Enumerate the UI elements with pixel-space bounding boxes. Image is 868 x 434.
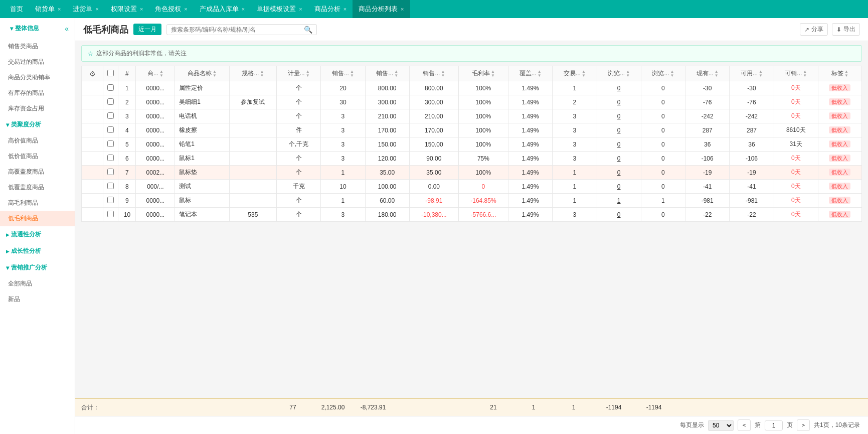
cell-views1[interactable]: 0 bbox=[597, 123, 641, 137]
col-sales-qty[interactable]: 销售... ▲▼ bbox=[321, 66, 365, 81]
cell-views1[interactable]: 0 bbox=[597, 81, 641, 95]
views1-link[interactable]: 0 bbox=[617, 183, 621, 190]
col-saleable[interactable]: 可销... ▲▼ bbox=[774, 66, 818, 81]
row-checkbox[interactable] bbox=[107, 211, 114, 217]
views1-link[interactable]: 0 bbox=[617, 141, 621, 148]
col-sales-profit[interactable]: 销售... ▲▼ bbox=[409, 66, 458, 81]
col-gross-margin[interactable]: 毛利率 ▲▼ bbox=[458, 66, 508, 81]
nav-sales-order[interactable]: 销货单 × bbox=[29, 0, 67, 18]
nav-home[interactable]: 首页 bbox=[4, 0, 29, 18]
close-role-auth-icon[interactable]: × bbox=[184, 6, 187, 12]
sidebar-item-in-stock[interactable]: 有库存的商品 bbox=[0, 85, 75, 101]
cell-coverage: 1.49% bbox=[508, 95, 552, 109]
nav-permission-settings[interactable]: 权限设置 × bbox=[105, 0, 149, 18]
prev-page-button[interactable]: ＜ bbox=[738, 419, 751, 431]
close-permission-icon[interactable]: × bbox=[140, 6, 143, 12]
col-views1[interactable]: 浏览... ▲▼ bbox=[597, 66, 641, 81]
cell-name[interactable]: 笔记本 bbox=[175, 208, 230, 222]
sidebar-item-high-margin[interactable]: 高毛利商品 bbox=[0, 195, 75, 211]
cell-views1[interactable]: 1 bbox=[597, 194, 641, 208]
close-sales-order-icon[interactable]: × bbox=[58, 6, 61, 12]
nav-purchase-order[interactable]: 进货单 × bbox=[67, 0, 104, 18]
row-checkbox[interactable] bbox=[107, 84, 114, 91]
row-checkbox[interactable] bbox=[107, 98, 114, 105]
close-purchase-order-icon[interactable]: × bbox=[95, 6, 98, 12]
cell-name[interactable]: 吴细细1 bbox=[175, 95, 230, 109]
search-input[interactable] bbox=[171, 26, 302, 33]
cell-name[interactable]: 鼠标 bbox=[175, 194, 230, 208]
col-code[interactable]: 商... ▲▼ bbox=[136, 66, 175, 81]
views1-link[interactable]: 0 bbox=[617, 169, 621, 176]
cell-views1[interactable]: 0 bbox=[597, 208, 641, 222]
cell-name[interactable]: 属性定价 bbox=[175, 81, 230, 95]
close-product-warehouse-icon[interactable]: × bbox=[242, 6, 245, 12]
sidebar-item-new-products[interactable]: 新品 bbox=[0, 292, 75, 307]
sidebar-item-high-value[interactable]: 高价值商品 bbox=[0, 133, 75, 149]
views1-link[interactable]: 0 bbox=[617, 127, 621, 134]
row-checkbox[interactable] bbox=[107, 112, 114, 119]
views1-link[interactable]: 0 bbox=[617, 99, 621, 106]
cell-name[interactable]: 铅笔1 bbox=[175, 137, 230, 152]
views1-link[interactable]: 1 bbox=[617, 197, 621, 204]
nav-template-settings[interactable]: 单据模板设置 × bbox=[251, 0, 308, 18]
cell-name[interactable]: 鼠标垫 bbox=[175, 166, 230, 180]
close-analysis-list-icon[interactable]: × bbox=[401, 6, 404, 12]
cell-views1[interactable]: 0 bbox=[597, 180, 641, 194]
col-sales-price[interactable]: 销售... ▲▼ bbox=[365, 66, 409, 81]
views1-link[interactable]: 0 bbox=[617, 113, 621, 120]
sidebar-item-category-rate[interactable]: 商品分类助销率 bbox=[0, 70, 75, 85]
cell-name[interactable]: 电话机 bbox=[175, 109, 230, 123]
table-container[interactable]: ⚙ # 商... ▲▼ bbox=[81, 66, 862, 398]
row-checkbox[interactable] bbox=[107, 169, 114, 175]
sidebar-item-all-products[interactable]: 全部商品 bbox=[0, 276, 75, 292]
sidebar-item-sales-products[interactable]: 销售类商品 bbox=[0, 39, 75, 54]
sidebar-item-low-margin[interactable]: 低毛利商品 bbox=[0, 211, 75, 226]
close-analysis-icon[interactable]: × bbox=[343, 6, 346, 12]
col-coverage[interactable]: 覆盖... ▲▼ bbox=[508, 66, 552, 81]
cell-views1[interactable]: 0 bbox=[597, 137, 641, 152]
row-checkbox[interactable] bbox=[107, 140, 114, 147]
close-template-icon[interactable]: × bbox=[299, 6, 302, 12]
cell-views1[interactable]: 0 bbox=[597, 109, 641, 123]
col-name[interactable]: 商品名称 ▲▼ bbox=[175, 66, 230, 81]
sidebar-item-capital[interactable]: 库存资金占用 bbox=[0, 101, 75, 116]
col-views2[interactable]: 浏览... ▲▼ bbox=[641, 66, 685, 81]
sidebar-item-low-coverage[interactable]: 低覆盖度商品 bbox=[0, 180, 75, 195]
share-button[interactable]: ↗ 分享 bbox=[800, 23, 828, 36]
next-page-button[interactable]: ＞ bbox=[797, 419, 810, 431]
row-checkbox[interactable] bbox=[107, 183, 114, 189]
page-number-input[interactable] bbox=[765, 420, 783, 430]
col-settings[interactable]: ⚙ bbox=[82, 66, 103, 81]
views1-link[interactable]: 0 bbox=[617, 211, 621, 218]
settings-icon[interactable]: ⚙ bbox=[89, 70, 96, 78]
col-unit[interactable]: 计量... ▲▼ bbox=[276, 66, 320, 81]
nav-product-warehouse[interactable]: 产成品入库单 × bbox=[194, 0, 251, 18]
nav-analysis-list[interactable]: 商品分析列表 × bbox=[353, 0, 410, 18]
col-transactions[interactable]: 交易... ▲▼ bbox=[553, 66, 597, 81]
cell-views1[interactable]: 0 bbox=[597, 95, 641, 109]
cell-views1[interactable]: 0 bbox=[597, 152, 641, 166]
col-current-stock[interactable]: 现有... ▲▼ bbox=[685, 66, 730, 81]
page-size-select[interactable]: 50 100 200 bbox=[708, 420, 734, 431]
col-spec[interactable]: 规格... ▲▼ bbox=[229, 66, 276, 81]
sidebar-item-high-coverage[interactable]: 高覆盖度商品 bbox=[0, 164, 75, 180]
cell-views1[interactable]: 0 bbox=[597, 166, 641, 180]
export-button[interactable]: ⬇ 导出 bbox=[832, 23, 860, 36]
time-filter-button[interactable]: 近一月 bbox=[133, 24, 161, 35]
select-all-checkbox[interactable] bbox=[107, 70, 114, 76]
nav-role-auth[interactable]: 角色授权 × bbox=[149, 0, 193, 18]
sidebar-item-traded-products[interactable]: 交易过的商品 bbox=[0, 54, 75, 70]
views1-link[interactable]: 0 bbox=[617, 155, 621, 162]
sidebar-collapse-button[interactable]: « bbox=[63, 23, 71, 35]
sidebar-item-low-value[interactable]: 低价值商品 bbox=[0, 149, 75, 164]
views1-link[interactable]: 0 bbox=[617, 85, 621, 92]
row-checkbox[interactable] bbox=[107, 126, 114, 133]
cell-name[interactable]: 鼠标1 bbox=[175, 152, 230, 166]
row-checkbox[interactable] bbox=[107, 155, 114, 161]
col-available[interactable]: 可用... ▲▼ bbox=[730, 66, 774, 81]
row-checkbox[interactable] bbox=[107, 197, 114, 203]
cell-name[interactable]: 橡皮擦 bbox=[175, 123, 230, 137]
nav-product-analysis[interactable]: 商品分析 × bbox=[308, 0, 353, 18]
col-tag[interactable]: 标签 ▲▼ bbox=[818, 66, 861, 81]
cell-name[interactable]: 测试 bbox=[175, 180, 230, 194]
